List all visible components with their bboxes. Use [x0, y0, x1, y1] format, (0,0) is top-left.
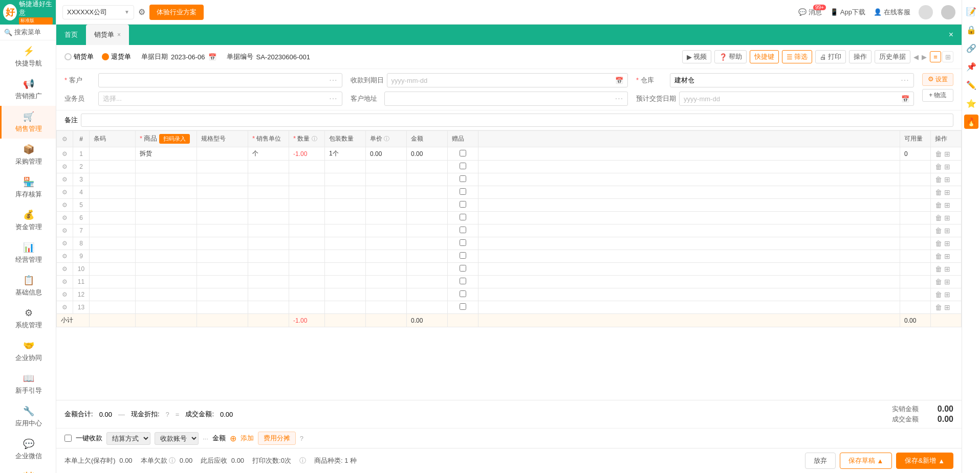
row-copy-4[interactable]: ⊞ [944, 201, 950, 209]
row-product-1[interactable] [136, 161, 197, 173]
row-delete-4[interactable]: 🗑 [935, 201, 942, 209]
app-download-btn[interactable]: 📱 App下载 [830, 8, 865, 17]
row-product-9[interactable] [136, 263, 197, 276]
qty-info-icon[interactable]: ⓘ [312, 136, 317, 142]
row-settings-2[interactable]: ⚙ [57, 173, 73, 186]
expense-info-icon[interactable]: ? [300, 435, 303, 442]
row-spec-1[interactable] [197, 161, 248, 173]
row-qty-11[interactable] [289, 288, 325, 301]
sidebar-item-purchase[interactable]: 📦 采购管理 [0, 139, 56, 171]
sidebar-item-sales[interactable]: 🛒 销售管理 [0, 106, 56, 139]
row-amount-4[interactable] [407, 199, 448, 212]
row-qty-3[interactable] [289, 186, 325, 199]
row-gift-9[interactable] [448, 263, 478, 276]
row-barcode-2[interactable] [90, 173, 136, 186]
row-gift-0[interactable] [448, 147, 478, 161]
shortcut-btn[interactable]: 快捷键 [750, 50, 779, 63]
row-spec-5[interactable] [197, 212, 248, 224]
row-gift-11[interactable] [448, 288, 478, 301]
row-amount-2[interactable] [407, 173, 448, 186]
row-copy-7[interactable]: ⊞ [944, 239, 950, 247]
help-btn[interactable]: ❓ 帮助 [714, 50, 747, 63]
row-amount-7[interactable] [407, 237, 448, 250]
price-info-icon[interactable]: ⓘ [384, 136, 389, 142]
payment-due-input[interactable]: yyyy-mm-dd 📅 [387, 73, 628, 87]
row-delete-10[interactable]: 🗑 [935, 278, 942, 286]
row-price-4[interactable] [366, 199, 407, 212]
row-qty-0[interactable]: -1.00 [289, 147, 325, 161]
row-product-0[interactable]: 拆货 [136, 147, 197, 161]
row-amount-0[interactable]: 0.00 [407, 147, 448, 161]
add-circle-icon[interactable]: ⊕ [230, 434, 236, 443]
sidebar-item-management[interactable]: 📊 经营管理 [0, 237, 56, 269]
scan-btn[interactable]: 扫码录入 [159, 134, 190, 144]
sidebar-item-basic[interactable]: 📋 基础信息 [0, 269, 56, 302]
row-qty-2[interactable] [289, 173, 325, 186]
row-gift-10[interactable] [448, 276, 478, 288]
row-spec-9[interactable] [197, 263, 248, 276]
row-spec-6[interactable] [197, 224, 248, 237]
video-btn[interactable]: ▶ 视频 [682, 50, 711, 63]
row-copy-11[interactable]: ⊞ [944, 290, 950, 299]
tab-sales-order[interactable]: 销货单 × [86, 25, 129, 45]
tab-close-icon[interactable]: × [117, 31, 121, 38]
search-menu[interactable]: 🔍 搜索菜单 [0, 25, 56, 40]
row-gift-7[interactable] [448, 237, 478, 250]
save-new-btn[interactable]: 保存&新增 ▲ [896, 453, 953, 469]
row-amount-5[interactable] [407, 212, 448, 224]
company-selector[interactable]: XXXXXX公司 ▼ [62, 5, 134, 19]
discount-info-icon[interactable]: ? [166, 411, 169, 418]
row-settings-8[interactable]: ⚙ [57, 250, 73, 263]
row-pkg-1[interactable] [325, 161, 366, 173]
print-btn[interactable]: 🖨 打印 [815, 50, 846, 63]
sidebar-item-guide[interactable]: 📖 新手引导 [0, 368, 56, 400]
row-unit-2[interactable] [248, 173, 289, 186]
row-price-11[interactable] [366, 288, 407, 301]
user-avatar2[interactable] [941, 5, 955, 19]
row-gift-2[interactable] [448, 173, 478, 186]
row-delete-6[interactable]: 🗑 [935, 227, 942, 235]
row-pkg-9[interactable] [325, 263, 366, 276]
row-price-10[interactable] [366, 276, 407, 288]
row-spec-3[interactable] [197, 186, 248, 199]
row-delete-7[interactable]: 🗑 [935, 239, 942, 247]
row-settings-12[interactable]: ⚙ [57, 301, 73, 314]
row-barcode-5[interactable] [90, 212, 136, 224]
row-copy-8[interactable]: ⊞ [944, 252, 950, 260]
sidebar-item-apps[interactable]: 🔧 应用中心 [0, 400, 56, 433]
row-price-12[interactable] [366, 301, 407, 314]
row-gift-8[interactable] [448, 250, 478, 263]
row-settings-6[interactable]: ⚙ [57, 224, 73, 237]
th-settings[interactable]: ⚙ [57, 131, 73, 147]
right-panel-note[interactable]: 📝 [964, 4, 978, 18]
row-pkg-4[interactable] [325, 199, 366, 212]
row-barcode-0[interactable] [90, 147, 136, 161]
save-draft-btn[interactable]: 保存草稿 ▲ [840, 453, 892, 469]
row-product-11[interactable] [136, 288, 197, 301]
row-qty-9[interactable] [289, 263, 325, 276]
row-product-2[interactable] [136, 173, 197, 186]
tab-home[interactable]: 首页 [56, 25, 86, 45]
row-pkg-7[interactable] [325, 237, 366, 250]
right-panel-edit[interactable]: ✏️ [964, 78, 978, 92]
right-panel-star[interactable]: ⭐ [964, 96, 978, 110]
row-settings-9[interactable]: ⚙ [57, 263, 73, 276]
right-panel-hot[interactable]: 🔥 [964, 115, 978, 129]
row-settings-5[interactable]: ⚙ [57, 212, 73, 224]
topbar-gear-icon[interactable]: ⚙ [138, 7, 145, 17]
salesperson-input[interactable]: 选择... ··· [98, 92, 342, 106]
right-panel-pin[interactable]: 📌 [964, 59, 978, 74]
row-product-8[interactable] [136, 250, 197, 263]
row-qty-8[interactable] [289, 250, 325, 263]
row-price-9[interactable] [366, 263, 407, 276]
row-settings-4[interactable]: ⚙ [57, 199, 73, 212]
row-qty-6[interactable] [289, 224, 325, 237]
row-settings-11[interactable]: ⚙ [57, 288, 73, 301]
row-copy-5[interactable]: ⊞ [944, 214, 950, 222]
expense-split-btn[interactable]: 费用分摊 [258, 432, 296, 445]
row-delete-0[interactable]: 🗑 [935, 150, 942, 158]
row-amount-6[interactable] [407, 224, 448, 237]
row-copy-10[interactable]: ⊞ [944, 278, 950, 286]
row-qty-12[interactable] [289, 301, 325, 314]
row-copy-0[interactable]: ⊞ [944, 150, 950, 158]
